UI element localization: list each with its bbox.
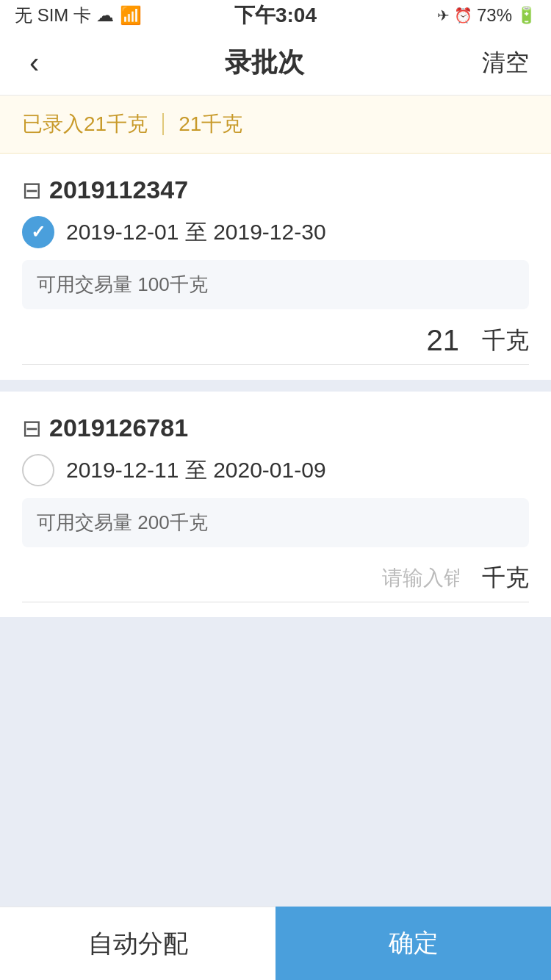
batch2-bottom-space — [0, 602, 551, 617]
batch-card-1: ⊟ 2019112347 2019-12-01 至 2019-12-30 可用交… — [0, 154, 551, 380]
alarm-icon: ⏰ — [454, 7, 472, 24]
nav-bar: ‹ 录批次 清空 — [0, 31, 551, 96]
batch1-id: 2019112347 — [49, 176, 188, 204]
auto-distribute-button[interactable]: 自动分配 — [0, 907, 276, 980]
info-value: 21千克 — [179, 110, 242, 138]
batch2-qty-input[interactable] — [382, 566, 470, 590]
back-button[interactable]: ‹ — [22, 39, 46, 87]
batch1-bottom-space — [0, 365, 551, 380]
confirm-button[interactable]: 确定 — [276, 907, 551, 980]
batch2-date: 2019-12-11 至 2020-01-09 — [66, 455, 326, 486]
clear-button[interactable]: 清空 — [482, 47, 529, 79]
section-divider-2 — [0, 617, 551, 629]
status-time: 下午3:04 — [234, 1, 317, 29]
batch1-available: 可用交易量 100千克 — [22, 260, 529, 309]
batch2-icon: ⊟ — [22, 414, 42, 442]
sim-label: 无 SIM 卡 ☁ — [15, 4, 114, 27]
status-bar: 无 SIM 卡 ☁ 📶 下午3:04 ✈ ⏰ 73% 🔋 — [0, 0, 551, 31]
status-left: 无 SIM 卡 ☁ 📶 — [15, 4, 142, 27]
batch2-available: 可用交易量 200千克 — [22, 498, 529, 547]
info-divider — [162, 113, 164, 135]
batch2-id: 2019126781 — [49, 414, 188, 442]
batch2-qty-row: 千克 — [0, 547, 551, 602]
section-divider-1 — [0, 380, 551, 392]
batch1-qty-row: 千克 — [0, 309, 551, 364]
batch2-unit: 千克 — [482, 562, 529, 594]
batch1-icon: ⊟ — [22, 176, 42, 204]
footer: 自动分配 确定 — [0, 907, 551, 980]
battery-icon: 🔋 — [516, 6, 536, 25]
batch1-unit: 千克 — [482, 325, 529, 357]
battery-label: 73% — [477, 5, 512, 26]
batch-card-2: ⊟ 2019126781 2019-12-11 至 2020-01-09 可用交… — [0, 392, 551, 617]
wifi-icon: 📶 — [120, 5, 142, 26]
batch1-date: 2019-12-01 至 2019-12-30 — [66, 217, 326, 248]
batch1-qty-input[interactable] — [382, 324, 470, 357]
batch2-radio[interactable] — [22, 454, 54, 486]
batch1-radio[interactable] — [22, 216, 54, 248]
status-right: ✈ ⏰ 73% 🔋 — [437, 5, 536, 26]
location-icon: ✈ — [437, 7, 450, 24]
info-label: 已录入21千克 — [22, 110, 148, 138]
page-title: 录批次 — [225, 45, 304, 81]
info-banner: 已录入21千克 21千克 — [0, 96, 551, 154]
